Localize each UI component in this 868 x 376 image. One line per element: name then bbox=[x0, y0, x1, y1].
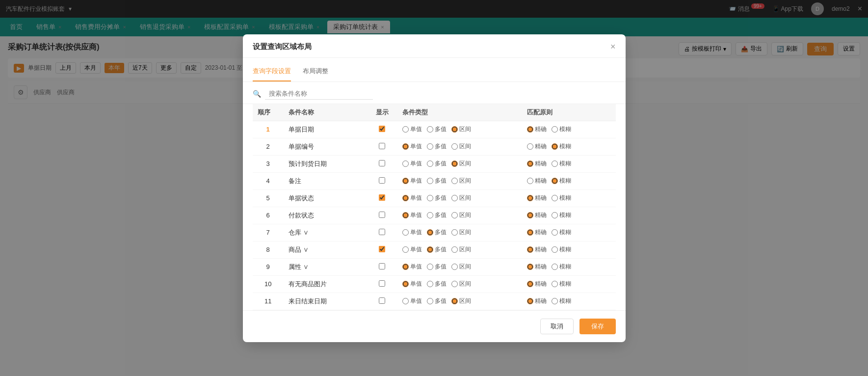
radio-type-multi[interactable]: 多值 bbox=[427, 280, 447, 288]
radio-type-multi[interactable]: 多值 bbox=[427, 160, 447, 168]
radio-type-single[interactable]: 单值 bbox=[402, 177, 422, 185]
row-condition-name: 属性 ∨ bbox=[284, 258, 367, 275]
radio-rule-fuzzy[interactable]: 模糊 bbox=[552, 211, 571, 219]
radio-rule-exact[interactable]: 精确 bbox=[527, 177, 547, 185]
col-header-condition-name: 条件名称 bbox=[284, 104, 367, 121]
row-condition-type: 单值多值区间 bbox=[397, 155, 522, 172]
radio-type-multi[interactable]: 多值 bbox=[427, 263, 447, 271]
row-display-checkbox[interactable] bbox=[367, 258, 397, 275]
radio-type-single[interactable]: 单值 bbox=[402, 160, 422, 168]
radio-rule-exact[interactable]: 精确 bbox=[527, 211, 547, 219]
radio-type-single[interactable]: 单值 bbox=[402, 194, 422, 202]
radio-rule-fuzzy[interactable]: 模糊 bbox=[552, 280, 571, 288]
display-checkbox[interactable] bbox=[379, 194, 385, 201]
radio-type-multi[interactable]: 多值 bbox=[427, 194, 447, 202]
table-row: 9属性 ∨单值多值区间精确模糊 bbox=[253, 258, 616, 275]
row-display-checkbox[interactable] bbox=[367, 138, 397, 155]
radio-type-range[interactable]: 区间 bbox=[451, 297, 471, 305]
table-row: 6付款状态单值多值区间精确模糊 bbox=[253, 207, 616, 224]
row-condition-type: 单值多值区间 bbox=[397, 275, 522, 293]
radio-type-multi[interactable]: 多值 bbox=[427, 211, 447, 219]
radio-rule-fuzzy[interactable]: 模糊 bbox=[552, 245, 571, 254]
radio-type-multi[interactable]: 多值 bbox=[427, 297, 447, 305]
row-display-checkbox[interactable] bbox=[367, 224, 397, 241]
row-match-rule: 精确模糊 bbox=[522, 189, 615, 207]
modal-tab-query-fields[interactable]: 查询字段设置 bbox=[253, 64, 291, 81]
display-checkbox[interactable] bbox=[379, 263, 385, 269]
radio-type-single[interactable]: 单值 bbox=[402, 280, 422, 288]
radio-type-single[interactable]: 单值 bbox=[402, 228, 422, 237]
radio-type-range[interactable]: 区间 bbox=[451, 142, 471, 151]
radio-type-multi[interactable]: 多值 bbox=[427, 142, 447, 151]
display-checkbox[interactable] bbox=[379, 212, 385, 218]
radio-type-single[interactable]: 单值 bbox=[402, 125, 422, 134]
row-display-checkbox[interactable] bbox=[367, 207, 397, 224]
display-checkbox[interactable] bbox=[379, 297, 385, 304]
display-checkbox[interactable] bbox=[379, 246, 385, 252]
radio-rule-exact[interactable]: 精确 bbox=[527, 194, 547, 202]
row-display-checkbox[interactable] bbox=[367, 189, 397, 207]
radio-rule-exact[interactable]: 精确 bbox=[527, 280, 547, 288]
radio-rule-exact[interactable]: 精确 bbox=[527, 228, 547, 237]
radio-type-single[interactable]: 单值 bbox=[402, 297, 422, 305]
radio-rule-exact[interactable]: 精确 bbox=[527, 245, 547, 254]
save-button[interactable]: 保存 bbox=[579, 319, 616, 334]
display-checkbox[interactable] bbox=[379, 229, 385, 235]
radio-type-multi[interactable]: 多值 bbox=[427, 228, 447, 237]
display-checkbox[interactable] bbox=[379, 160, 385, 166]
radio-type-single[interactable]: 单值 bbox=[402, 142, 422, 151]
radio-rule-fuzzy[interactable]: 模糊 bbox=[552, 177, 571, 185]
row-condition-name: 备注 bbox=[284, 172, 367, 189]
radio-type-multi[interactable]: 多值 bbox=[427, 245, 447, 254]
radio-rule-exact[interactable]: 精确 bbox=[527, 125, 547, 134]
table-row: 1单据日期单值多值区间精确模糊 bbox=[253, 121, 616, 138]
radio-rule-fuzzy[interactable]: 模糊 bbox=[552, 297, 571, 305]
modal-tab-layout[interactable]: 布局调整 bbox=[303, 64, 328, 81]
radio-type-range[interactable]: 区间 bbox=[451, 160, 471, 168]
row-order: 9 bbox=[253, 258, 284, 275]
table-row: 2单据编号单值多值区间精确模糊 bbox=[253, 138, 616, 155]
row-order: 4 bbox=[253, 172, 284, 189]
display-checkbox[interactable] bbox=[379, 143, 385, 149]
radio-rule-exact[interactable]: 精确 bbox=[527, 297, 547, 305]
row-display-checkbox[interactable] bbox=[367, 275, 397, 293]
radio-rule-fuzzy[interactable]: 模糊 bbox=[552, 194, 571, 202]
row-match-rule: 精确模糊 bbox=[522, 155, 615, 172]
radio-rule-exact[interactable]: 精确 bbox=[527, 263, 547, 271]
radio-rule-fuzzy[interactable]: 模糊 bbox=[552, 228, 571, 237]
radio-rule-fuzzy[interactable]: 模糊 bbox=[552, 263, 571, 271]
row-order: 8 bbox=[253, 241, 284, 258]
modal-search-area: 🔍 bbox=[243, 82, 626, 104]
radio-type-multi[interactable]: 多值 bbox=[427, 125, 447, 134]
radio-rule-exact[interactable]: 精确 bbox=[527, 142, 547, 151]
radio-type-range[interactable]: 区间 bbox=[451, 194, 471, 202]
display-checkbox[interactable] bbox=[379, 280, 385, 287]
row-display-checkbox[interactable] bbox=[367, 293, 397, 310]
display-checkbox[interactable] bbox=[379, 126, 385, 132]
radio-type-range[interactable]: 区间 bbox=[451, 245, 471, 254]
radio-type-range[interactable]: 区间 bbox=[451, 280, 471, 288]
row-display-checkbox[interactable] bbox=[367, 121, 397, 138]
radio-type-range[interactable]: 区间 bbox=[451, 177, 471, 185]
row-display-checkbox[interactable] bbox=[367, 172, 397, 189]
row-order: 7 bbox=[253, 224, 284, 241]
radio-type-range[interactable]: 区间 bbox=[451, 211, 471, 219]
modal-search-input[interactable] bbox=[265, 88, 373, 100]
radio-type-range[interactable]: 区间 bbox=[451, 263, 471, 271]
display-checkbox[interactable] bbox=[379, 177, 385, 184]
radio-type-single[interactable]: 单值 bbox=[402, 211, 422, 219]
radio-type-single[interactable]: 单值 bbox=[402, 263, 422, 271]
col-header-condition-type: 条件类型 bbox=[397, 104, 522, 121]
cancel-button[interactable]: 取消 bbox=[540, 319, 574, 334]
row-display-checkbox[interactable] bbox=[367, 155, 397, 172]
row-display-checkbox[interactable] bbox=[367, 241, 397, 258]
radio-rule-fuzzy[interactable]: 模糊 bbox=[552, 142, 571, 151]
radio-rule-fuzzy[interactable]: 模糊 bbox=[552, 160, 571, 168]
radio-type-range[interactable]: 区间 bbox=[451, 125, 471, 134]
radio-type-single[interactable]: 单值 bbox=[402, 245, 422, 254]
radio-rule-fuzzy[interactable]: 模糊 bbox=[552, 125, 571, 134]
radio-type-range[interactable]: 区间 bbox=[451, 228, 471, 237]
radio-type-multi[interactable]: 多值 bbox=[427, 177, 447, 185]
radio-rule-exact[interactable]: 精确 bbox=[527, 160, 547, 168]
modal-close-button[interactable]: × bbox=[610, 42, 616, 51]
